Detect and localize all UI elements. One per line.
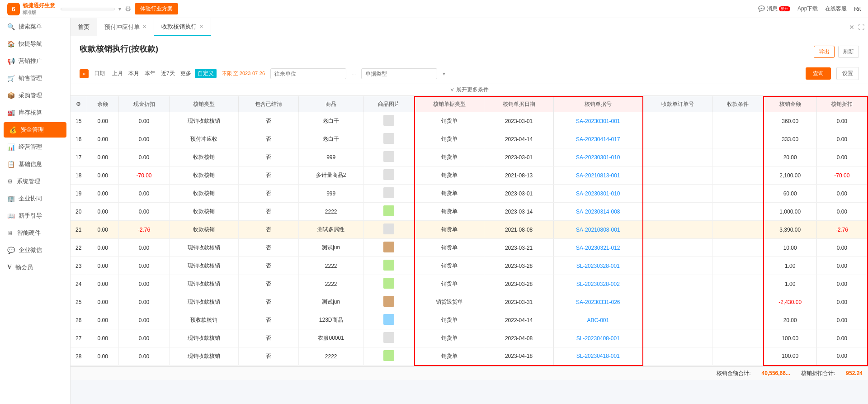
cell-verify-type: 现销收款核销 bbox=[169, 347, 238, 366]
sidebar-item-quick-nav[interactable]: 🏠 快捷导航 bbox=[0, 35, 70, 52]
cell-voucher-bill-no[interactable]: SL-20230328-002 bbox=[553, 275, 643, 293]
voucher-bill-link[interactable]: SA-20230301-010 bbox=[576, 154, 620, 161]
cell-receipt-order-no bbox=[643, 329, 712, 347]
partner-input[interactable] bbox=[270, 68, 346, 79]
cell-voucher-bill-no[interactable]: SA-20230321-012 bbox=[553, 239, 643, 257]
sidebar-item-basic-info[interactable]: 📋 基础信息 bbox=[0, 156, 70, 173]
cell-verify-discount: 0.00 bbox=[816, 112, 868, 130]
cell-voucher-bill-no[interactable]: SA-20210808-001 bbox=[553, 221, 643, 239]
sidebar-item-guide[interactable]: 📖 新手引导 bbox=[0, 207, 70, 224]
cell-voucher-bill-no[interactable]: SL-20230418-001 bbox=[553, 347, 643, 366]
cell-product-img bbox=[363, 112, 415, 130]
cell-product-img bbox=[363, 185, 415, 203]
sidebar-item-purchase[interactable]: 📦 采购管理 bbox=[0, 87, 70, 104]
th-settings[interactable]: ⚙ bbox=[71, 96, 87, 112]
cell-receipt-condition bbox=[712, 329, 764, 347]
app-download[interactable]: App下载 bbox=[797, 5, 818, 13]
cell-voucher-bill-no[interactable]: SA-20210813-001 bbox=[553, 166, 643, 185]
tab-prepay[interactable]: 预付冲应付单 ✕ bbox=[97, 18, 154, 36]
cell-include-settled: 否 bbox=[239, 347, 299, 366]
sidebar-item-member[interactable]: V 畅会员 bbox=[0, 259, 70, 276]
tab-prepay-close[interactable]: ✕ bbox=[142, 24, 146, 30]
cell-voucher-bill-type: 销货单 bbox=[415, 148, 484, 166]
app-version: 标准版 bbox=[23, 10, 55, 16]
settings-icon[interactable]: ⚙ bbox=[125, 5, 131, 13]
dropdown-icon[interactable]: ▾ bbox=[118, 6, 121, 12]
voucher-type-input[interactable] bbox=[361, 68, 437, 79]
voucher-bill-link[interactable]: SA-20230414-017 bbox=[576, 136, 620, 143]
sidebar-item-system[interactable]: ⚙ 系统管理 bbox=[0, 173, 70, 190]
voucher-bill-link[interactable]: SA-20230301-010 bbox=[576, 190, 620, 197]
enterprise-icon: 🏢 bbox=[7, 195, 15, 202]
sidebar-item-smart-hw[interactable]: 🖥 智能硬件 bbox=[0, 224, 70, 242]
voucher-type-dropdown[interactable]: ▾ bbox=[443, 71, 445, 77]
filter-settings-button[interactable]: 设置 bbox=[836, 67, 859, 80]
cell-receipt-condition bbox=[712, 275, 764, 293]
sidebar-item-wechat[interactable]: 💬 企业微信 bbox=[0, 242, 70, 259]
cell-balance: 0.00 bbox=[87, 166, 119, 185]
cell-receipt-order-no bbox=[643, 293, 712, 311]
voucher-bill-link[interactable]: SA-20210813-001 bbox=[576, 172, 620, 179]
date-btn-this-month[interactable]: 本月 bbox=[127, 69, 141, 78]
voucher-bill-link[interactable]: ABC-001 bbox=[587, 317, 609, 323]
sidebar-item-marketing[interactable]: 📢 营销推广 bbox=[0, 52, 70, 70]
wechat-icon: 💬 bbox=[7, 247, 15, 254]
voucher-bill-link[interactable]: SL-20230418-001 bbox=[576, 353, 620, 359]
message-area[interactable]: 💬 消息 99+ bbox=[758, 5, 790, 13]
page-header-actions: 导出 刷新 bbox=[814, 46, 859, 58]
th-product: 商品 bbox=[298, 96, 363, 112]
inventory-icon: 🏭 bbox=[7, 109, 15, 116]
cell-voucher-bill-no[interactable]: SA-20230414-017 bbox=[553, 130, 643, 148]
expand-more-bar[interactable]: ∨ 展开更多条件 bbox=[71, 84, 868, 96]
cell-voucher-bill-no[interactable]: SA-20230301-001 bbox=[553, 112, 643, 130]
cell-receipt-condition bbox=[712, 166, 764, 185]
cell-balance: 0.00 bbox=[87, 347, 119, 366]
refresh-button[interactable]: 刷新 bbox=[838, 46, 859, 58]
voucher-bill-link[interactable]: SA-20230331-026 bbox=[576, 299, 620, 305]
voucher-bill-link[interactable]: SL-20230408-001 bbox=[576, 335, 620, 342]
sidebar-item-sales[interactable]: 🛒 销售管理 bbox=[0, 70, 70, 87]
voucher-bill-link[interactable]: SL-20230328-002 bbox=[576, 281, 620, 287]
cell-voucher-bill-no[interactable]: SA-20230301-010 bbox=[553, 185, 643, 203]
cell-voucher-bill-no[interactable]: SL-20230408-001 bbox=[553, 329, 643, 347]
cell-verify-type: 收款核销 bbox=[169, 203, 238, 221]
date-btn-last-7days[interactable]: 近7天 bbox=[159, 69, 177, 78]
voucher-bill-link[interactable]: SA-20230314-008 bbox=[576, 209, 620, 215]
tab-close-window-btn[interactable]: ✕ bbox=[849, 24, 854, 31]
query-button[interactable]: 查询 bbox=[806, 67, 831, 80]
date-btn-custom[interactable]: 自定义 bbox=[195, 69, 217, 78]
cell-product: 测试多属性 bbox=[298, 221, 363, 239]
top-bar-mid: ▾ ⚙ 体验行业方案 bbox=[61, 3, 753, 14]
filter-expand-button[interactable]: » bbox=[80, 69, 89, 78]
sidebar-item-search[interactable]: 🔍 搜索菜单 bbox=[0, 18, 70, 35]
sidebar-item-enterprise[interactable]: 🏢 企业协同 bbox=[0, 190, 70, 207]
date-btn-this-year[interactable]: 本年 bbox=[143, 69, 157, 78]
voucher-bill-link[interactable]: SA-20230321-012 bbox=[576, 245, 620, 251]
cell-voucher-bill-no[interactable]: SL-20230328-001 bbox=[553, 257, 643, 275]
voucher-bill-link[interactable]: SL-20230328-001 bbox=[576, 263, 620, 269]
cell-cash-discount: 0.00 bbox=[119, 130, 170, 148]
date-btn-more[interactable]: 更多 bbox=[179, 69, 193, 78]
data-table: ⚙ 余额 现金折扣 核销类型 包含已结清 商品 商品图片 核销单据类型 核销单据… bbox=[71, 96, 868, 366]
cell-no: 24 bbox=[71, 275, 87, 293]
sidebar-item-finance[interactable]: 💰 资金管理 bbox=[4, 122, 66, 138]
online-service[interactable]: 在线客服 bbox=[825, 5, 847, 13]
sidebar-item-inventory[interactable]: 🏭 库存核算 bbox=[0, 104, 70, 121]
voucher-bill-link[interactable]: SA-20230301-001 bbox=[576, 118, 620, 124]
cell-voucher-bill-no[interactable]: SA-20230331-026 bbox=[553, 293, 643, 311]
tab-maximize-btn[interactable]: ⛶ bbox=[858, 24, 864, 31]
cell-voucher-bill-type: 销货单 bbox=[415, 203, 484, 221]
column-settings-icon[interactable]: ⚙ bbox=[76, 101, 81, 107]
tab-home[interactable]: 首页 bbox=[71, 18, 97, 36]
cell-voucher-bill-no[interactable]: ABC-001 bbox=[553, 311, 643, 329]
cell-voucher-bill-no[interactable]: SA-20230301-010 bbox=[553, 148, 643, 166]
sidebar-item-operations[interactable]: 📊 经营管理 bbox=[0, 138, 70, 156]
trial-button[interactable]: 体验行业方案 bbox=[135, 3, 178, 14]
tab-collection[interactable]: 收款核销执行 ✕ bbox=[154, 18, 211, 36]
cell-voucher-bill-no[interactable]: SA-20230314-008 bbox=[553, 203, 643, 221]
date-btn-last-month[interactable]: 上月 bbox=[110, 69, 125, 78]
export-button[interactable]: 导出 bbox=[814, 46, 835, 58]
voucher-bill-link[interactable]: SA-20210808-001 bbox=[576, 227, 620, 233]
cell-receipt-order-no bbox=[643, 347, 712, 366]
tab-collection-close[interactable]: ✕ bbox=[199, 24, 203, 29]
